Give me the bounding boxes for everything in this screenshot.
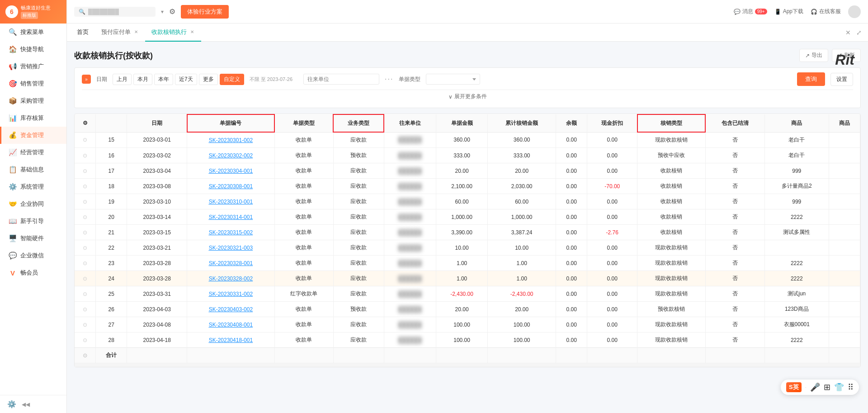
row-settings-icon[interactable]: ⊙ — [83, 322, 87, 328]
app-download-area[interactable]: 📱 App下载 — [774, 8, 803, 15]
sidebar-item-wechat[interactable]: 💬 企业微信 — [0, 247, 66, 264]
row-settings-icon[interactable]: ⊙ — [83, 229, 87, 236]
row-settings-icon[interactable]: ⊙ — [83, 291, 87, 297]
filter-partner-input[interactable] — [303, 74, 379, 85]
row-settings-icon[interactable]: ⊙ — [83, 168, 87, 174]
table-cell[interactable]: SK-20230302-002 — [187, 148, 275, 163]
tab-home[interactable]: 首页 — [71, 24, 95, 42]
row-settings-icon[interactable]: ⊙ — [83, 337, 87, 343]
notification-area[interactable]: 💬 消息 99+ — [734, 8, 767, 15]
bill-no-link[interactable]: SK-20230331-002 — [209, 291, 253, 297]
sidebar-item-quicknav[interactable]: 🏠 快捷导航 — [0, 41, 66, 58]
bill-no-link[interactable]: SK-20230310-001 — [209, 199, 253, 205]
shirt-icon[interactable]: 👕 — [834, 382, 844, 392]
keyboard-grid-icon[interactable]: ⊞ — [824, 382, 830, 392]
filter-custom[interactable]: 自定义 — [220, 74, 244, 85]
row-settings-icon[interactable]: ⊙ — [83, 260, 87, 266]
bill-no-link[interactable]: SK-20230315-002 — [209, 229, 253, 236]
window-close-icon[interactable]: ✕ — [843, 29, 854, 36]
row-settings-icon[interactable]: ⊙ — [83, 214, 87, 220]
tab-prepay-close[interactable]: ✕ — [133, 28, 139, 35]
sidebar-item-finance[interactable]: 💰 资金管理 — [0, 127, 66, 144]
row-settings-icon[interactable]: ⊙ — [83, 199, 87, 205]
settings-icon[interactable]: ⚙️ — [7, 400, 16, 408]
table-cell[interactable]: SK-20230304-001 — [187, 163, 275, 179]
setting-button[interactable]: 设置 — [830, 73, 853, 86]
row-settings-icon[interactable]: ⊙ — [83, 275, 87, 282]
filter-last-7days[interactable]: 近7天 — [175, 74, 197, 85]
topbar-search[interactable]: 🔍 ████████ — [74, 7, 156, 17]
bill-no-link[interactable]: SK-20230328-002 — [209, 275, 253, 282]
table-cell: 现款收款核销 — [637, 317, 706, 332]
bill-no-link[interactable]: SK-20230302-002 — [209, 152, 253, 159]
solution-button[interactable]: 体验行业方案 — [181, 5, 229, 19]
export-button[interactable]: ↗ 导出 — [799, 49, 828, 62]
online-support-area[interactable]: 🎧 在线客服 — [811, 8, 841, 15]
bill-no-link[interactable]: SK-20230408-001 — [209, 322, 253, 328]
tab-prepay[interactable]: 预付应付单 ✕ — [95, 24, 145, 42]
bill-no-link[interactable]: SK-20230418-001 — [209, 337, 253, 343]
sidebar-item-system[interactable]: ⚙️ 系统管理 — [0, 178, 66, 195]
collapse-icon[interactable]: ◀◀ — [22, 401, 30, 408]
microphone-icon[interactable]: 🎤 — [810, 382, 820, 392]
settings-gear-icon[interactable]: ⚙ — [169, 7, 175, 16]
row-settings-icon[interactable]: ⊙ — [83, 245, 87, 251]
floating-logo-icon[interactable]: S英 — [786, 382, 802, 392]
table-cell: 100.00 — [436, 332, 488, 348]
col-gear[interactable]: ⚙ — [75, 114, 96, 132]
filter-this-year[interactable]: 本年 — [154, 74, 173, 85]
table-cell[interactable]: SK-20230315-002 — [187, 225, 275, 240]
filter-this-month[interactable]: 本月 — [133, 74, 152, 85]
apps-grid-icon[interactable]: ⠿ — [848, 382, 854, 392]
sidebar-item-sales[interactable]: 🎯 销售管理 — [0, 75, 66, 92]
bill-no-link[interactable]: SK-20230321-003 — [209, 245, 253, 251]
sidebar-item-search[interactable]: 🔍 搜索菜单 — [0, 24, 66, 41]
table-cell: 17 — [96, 163, 127, 179]
table-cell[interactable]: SK-20230328-002 — [187, 271, 275, 286]
row-settings-icon[interactable]: ⊙ — [83, 183, 87, 190]
table-cell[interactable]: SK-20230403-002 — [187, 302, 275, 317]
row-settings-icon[interactable]: ⊙ — [83, 306, 87, 313]
expand-more-button[interactable]: ∨ 展开更多条件 — [82, 90, 853, 103]
sidebar-item-marketing[interactable]: 📢 营销推广 — [0, 58, 66, 75]
sidebar-item-inventory[interactable]: 📊 库存核算 — [0, 109, 66, 127]
tab-collection-close[interactable]: ✕ — [189, 28, 195, 35]
bill-no-link[interactable]: SK-20230403-002 — [209, 306, 253, 313]
filter-more[interactable]: 更多 — [199, 74, 218, 85]
table-cell[interactable]: SK-20230321-003 — [187, 240, 275, 256]
row-settings-icon[interactable]: ⊙ — [83, 137, 87, 143]
horizontal-scrollbar[interactable] — [75, 363, 860, 367]
bill-no-link[interactable]: SK-20230308-001 — [209, 183, 253, 190]
bill-no-link[interactable]: SK-20230328-001 — [209, 260, 253, 266]
bill-no-link[interactable]: SK-20230301-002 — [209, 137, 253, 143]
dropdown-arrow[interactable]: ▾ — [161, 9, 164, 15]
row-settings-icon[interactable]: ⊙ — [83, 152, 87, 159]
bill-no-link[interactable]: SK-20230304-001 — [209, 168, 253, 174]
table-cell[interactable]: SK-20230331-002 — [187, 286, 275, 302]
sidebar-item-enterprise[interactable]: 🤝 企业协同 — [0, 195, 66, 213]
table-cell[interactable]: SK-20230328-001 — [187, 256, 275, 271]
table-cell[interactable]: SK-20230408-001 — [187, 317, 275, 332]
table-cell[interactable]: SK-20230418-001 — [187, 332, 275, 348]
sidebar-item-hardware[interactable]: 🖥️ 智能硬件 — [0, 230, 66, 247]
sidebar-item-member[interactable]: V 畅会员 — [0, 264, 66, 281]
filter-toggle-button[interactable]: » — [82, 75, 91, 84]
table-row: ⊙262023-04-03SK-20230403-002收款单预收款██████… — [75, 302, 860, 317]
table-cell[interactable]: SK-20230310-001 — [187, 194, 275, 209]
sidebar-item-guide[interactable]: 📖 新手引导 — [0, 213, 66, 230]
row-settings-icon[interactable]: ⊙ — [83, 352, 87, 359]
table-cell[interactable]: SK-20230308-001 — [187, 179, 275, 194]
bill-no-link[interactable]: SK-20230314-001 — [209, 214, 253, 220]
sidebar-item-basic[interactable]: 📋 基础信息 — [0, 161, 66, 178]
sidebar-item-purchase[interactable]: 📦 采购管理 — [0, 92, 66, 109]
filter-last-month[interactable]: 上月 — [113, 74, 132, 85]
tab-collection[interactable]: 收款核销执行 ✕ — [145, 24, 201, 42]
window-maximize-icon[interactable]: ⤢ — [854, 29, 864, 36]
table-cell[interactable]: SK-20230301-002 — [187, 132, 275, 148]
table-cell[interactable]: SK-20230314-001 — [187, 209, 275, 225]
user-avatar[interactable] — [848, 5, 861, 18]
query-button[interactable]: 查询 — [797, 72, 825, 86]
filter-bill-type-select[interactable] — [426, 74, 480, 85]
table-cell: 应收款 — [333, 194, 384, 209]
sidebar-item-operations[interactable]: 📈 经营管理 — [0, 144, 66, 161]
